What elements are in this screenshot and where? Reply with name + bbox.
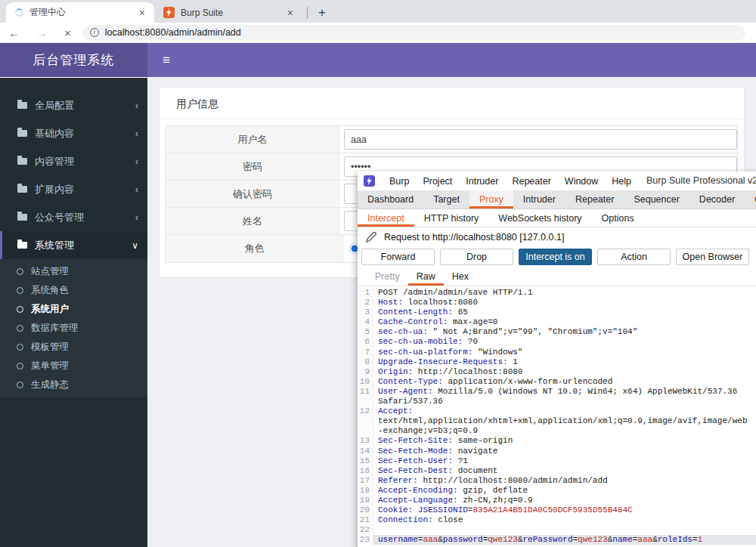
request-line[interactable]: 19Accept-Language: zh-CN,zh;q=0.9 [358, 496, 756, 505]
request-line[interactable]: text/html,application/xhtml+xml,applicat… [358, 416, 756, 426]
line-text: username=aaa&password=qwe123&rePassword=… [373, 535, 756, 545]
request-line[interactable]: 15Sec-Fetch-User: ?1 [358, 456, 756, 466]
line-text: Safari/537.36 [373, 397, 756, 406]
line-text: Origin: http://localhost:8080 [373, 367, 756, 377]
request-line[interactable]: 10Content-Type: application/x-www-form-u… [358, 377, 756, 387]
request-line[interactable]: 13Sec-Fetch-Site: same-origin [358, 436, 756, 446]
request-line[interactable]: 9Origin: http://localhost:8080 [358, 367, 756, 377]
burp-tab-sequencer[interactable]: Sequencer [624, 190, 689, 209]
request-line[interactable]: -exchange;v=b3;q=0.9 [358, 426, 756, 436]
sidebar-menu: 全局配置‹基础内容‹内容管理‹扩展内容‹公众号管理‹系统管理∨ [0, 78, 147, 259]
line-number: 22 [358, 525, 373, 535]
request-line[interactable]: Safari/537.36 [358, 397, 756, 406]
request-line[interactable]: 4Cache-Control: max-age=0 [358, 317, 756, 327]
line-text: -exchange;v=b3;q=0.9 [373, 426, 756, 436]
circle-icon [17, 344, 23, 351]
forward-button[interactable]: → [28, 26, 56, 39]
hamburger-icon[interactable]: ≡ [147, 53, 170, 68]
proxy-tab-http-history[interactable]: HTTP history [414, 209, 489, 227]
sidebar-item-global-config[interactable]: 全局配置‹ [0, 91, 147, 119]
burp-tab-target[interactable]: Target [423, 190, 469, 209]
request-line[interactable]: 21Connection: close [358, 515, 756, 525]
admin-navbar: ≡ [147, 43, 756, 77]
intercept-banner: Request to http://localhost:8080 [127.0.… [358, 227, 756, 247]
proxy-tab-websockets-history[interactable]: WebSockets history [488, 209, 591, 227]
request-line[interactable]: 17Referer: http://localhost:8080/admin/a… [358, 476, 756, 486]
browser-tab-burp[interactable]: Burp Suite × [154, 2, 302, 23]
username-input[interactable] [344, 129, 737, 150]
omnibox[interactable]: i localhost:8080/admin/admin/add [82, 25, 745, 41]
form-row-username: 用户名 [166, 126, 737, 153]
burp-tab-comparer[interactable]: Comparer [745, 190, 756, 209]
proxy-tab-options[interactable]: Options [592, 209, 644, 227]
request-line[interactable]: 1POST /admin/admin/save HTTP/1.1 [358, 288, 756, 298]
submenu-item-label: 站点管理 [31, 265, 69, 278]
sidebar-item-system-mgmt[interactable]: 系统管理∨ [0, 231, 147, 259]
request-line[interactable]: 22 [358, 525, 756, 535]
submenu-item-site-mgmt[interactable]: 站点管理 [0, 262, 147, 281]
request-line[interactable]: 2Host: localhost:8080 [358, 298, 756, 307]
submenu-item-database-mgmt[interactable]: 数据库管理 [0, 319, 147, 338]
burp-menu-repeater[interactable]: Repeater [505, 176, 557, 187]
burp-tab-dashboard[interactable]: Dashboard [358, 190, 423, 209]
action-button[interactable]: Action [597, 249, 671, 265]
new-tab-button[interactable]: + [312, 5, 332, 20]
submenu-item-menu-mgmt[interactable]: 菜单管理 [0, 357, 147, 375]
confirm-password-label: 确认密码 [166, 181, 339, 207]
submenu-item-system-role[interactable]: 系统角色 [0, 281, 147, 300]
submenu-item-label: 生成静态 [31, 379, 69, 391]
request-line[interactable]: 20Cookie: JSESSIONID=835A21A4B51DA0C50DC… [358, 505, 756, 515]
open-browser-button[interactable]: Open Browser [676, 249, 749, 265]
request-line[interactable]: 6sec-ch-ua-mobile: ?0 [358, 337, 756, 347]
burp-menu-project[interactable]: Project [416, 176, 459, 187]
request-line[interactable]: 14Sec-Fetch-Mode: navigate [358, 447, 756, 456]
request-line[interactable]: 5sec-ch-ua: " Not A;Brand";v="99", "Chro… [358, 327, 756, 337]
line-number: 21 [358, 515, 373, 525]
request-editor[interactable]: 1POST /admin/admin/save HTTP/1.12Host: l… [358, 286, 756, 545]
line-text: Upgrade-Insecure-Requests: 1 [373, 357, 756, 367]
close-tab-icon[interactable]: × [136, 7, 148, 19]
burp-menu-window[interactable]: Window [558, 176, 605, 187]
burp-menu-intruder[interactable]: Intruder [459, 176, 505, 187]
url-text[interactable]: localhost:8080/admin/admin/add [105, 27, 241, 38]
stop-button[interactable]: × [56, 26, 79, 39]
app-logo: 后台管理系统 [0, 43, 147, 77]
site-info-icon[interactable]: i [90, 28, 99, 37]
request-line[interactable]: 11User-Agent: Mozilla/5.0 (Windows NT 10… [358, 387, 756, 397]
request-line[interactable]: 16Sec-Fetch-Dest: document [358, 466, 756, 476]
intercept-is-on-button[interactable]: Intercept is on [519, 249, 592, 265]
submenu-item-generate-static[interactable]: 生成静态 [0, 375, 147, 394]
sidebar-item-basic-content[interactable]: 基础内容‹ [0, 119, 147, 147]
msgview-tab-raw[interactable]: Raw [408, 267, 444, 286]
request-line[interactable]: 23username=aaa&password=qwe123&rePasswor… [358, 535, 756, 545]
back-button[interactable]: ← [0, 26, 28, 39]
request-line[interactable]: 12Accept: [358, 406, 756, 416]
proxy-tab-intercept[interactable]: Intercept [358, 209, 414, 227]
drop-button[interactable]: Drop [440, 249, 513, 265]
request-line[interactable]: 7sec-ch-ua-platform: "Windows" [358, 348, 756, 357]
intercept-buttons: ForwardDropIntercept is onActionOpen Bro… [358, 247, 756, 267]
burp-tab-repeater[interactable]: Repeater [565, 190, 624, 209]
sidebar-item-label: 全局配置 [35, 99, 135, 113]
browser-tab-admin[interactable]: 管理中心 × [6, 2, 154, 23]
request-line[interactable]: 18Accept-Encoding: gzip, deflate [358, 486, 756, 496]
submenu-item-system-user[interactable]: 系统用户 [0, 300, 147, 319]
msgview-tab-hex[interactable]: Hex [444, 267, 477, 286]
burp-menu-help[interactable]: Help [605, 176, 638, 187]
submenu-item-template-mgmt[interactable]: 模板管理 [0, 338, 147, 357]
burp-menu-burp[interactable]: Burp [383, 176, 416, 187]
msgview-tab-pretty[interactable]: Pretty [367, 267, 408, 286]
burp-tab-intruder[interactable]: Intruder [513, 190, 565, 209]
sidebar-item-label: 系统管理 [35, 239, 132, 252]
burp-tab-decoder[interactable]: Decoder [689, 190, 745, 209]
request-line[interactable]: 3Content-Length: 65 [358, 307, 756, 317]
line-number: 4 [358, 317, 373, 327]
forward-button[interactable]: Forward [361, 249, 435, 265]
sidebar-item-extended-content[interactable]: 扩展内容‹ [0, 175, 147, 203]
request-line[interactable]: 8Upgrade-Insecure-Requests: 1 [358, 357, 756, 367]
burp-menu-items: BurpProjectIntruderRepeaterWindowHelp [383, 176, 638, 187]
sidebar-item-content-mgmt[interactable]: 内容管理‹ [0, 147, 147, 175]
burp-tab-proxy[interactable]: Proxy [469, 190, 513, 209]
sidebar-item-wechat-mgmt[interactable]: 公众号管理‹ [0, 203, 147, 231]
close-tab-icon[interactable]: × [284, 7, 296, 19]
